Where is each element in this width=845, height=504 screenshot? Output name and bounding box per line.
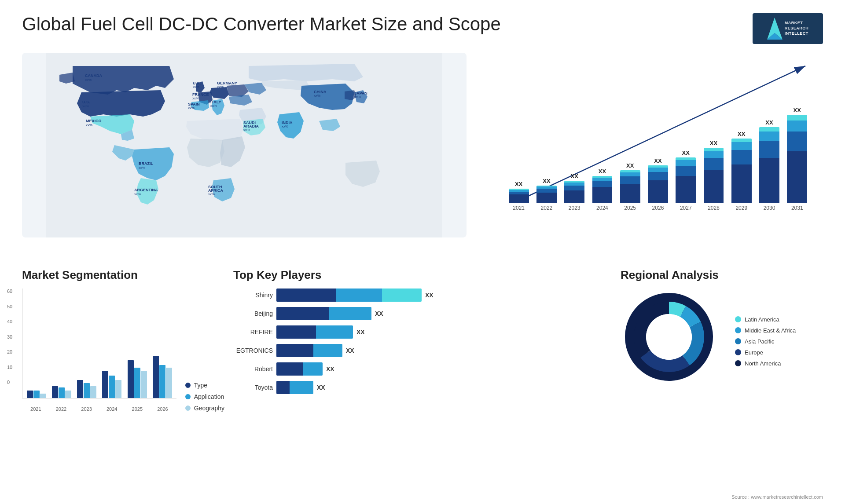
seg-bar-group — [151, 356, 174, 398]
bar-stack — [564, 181, 584, 203]
bar-group-2023: XX2023 — [562, 173, 587, 211]
key-players-section: Top Key Players ShinryXXBeijingXXREFIREX… — [233, 268, 612, 435]
map-section: CANADA xx% U.S. xx% MEXICO xx% BRAZIL xx… — [22, 53, 467, 255]
seg-legend: Type Application Geography — [185, 377, 224, 412]
bar-value-label: XX — [599, 168, 606, 175]
bar-group-2029: XX2029 — [729, 131, 754, 211]
player-row: EGTRONICSXX — [233, 344, 612, 357]
bottom-section: Market Segmentation 60 50 40 30 20 10 0 — [22, 268, 823, 435]
bar-stack — [509, 189, 529, 203]
dot-asia-pacific — [735, 338, 741, 344]
bar-year-label: 2022 — [541, 205, 553, 211]
label-latin-america: Latin America — [745, 316, 779, 323]
logo-text-line3: INTELLECT — [785, 31, 809, 37]
player-value: XX — [375, 310, 383, 317]
player-bar-container: XX — [276, 307, 612, 320]
logo-icon — [767, 18, 783, 40]
legend-europe: Europe — [735, 349, 796, 356]
legend-dot-application — [185, 394, 191, 399]
bar-group-2027: XX2027 — [673, 150, 698, 211]
svg-text:xx%: xx% — [82, 104, 89, 108]
svg-text:xx%: xx% — [217, 85, 224, 89]
segmentation-section: Market Segmentation 60 50 40 30 20 10 0 — [22, 268, 224, 435]
player-row: REFIREXX — [233, 325, 612, 339]
seg-bar-inner: 60 50 40 30 20 10 0 — [22, 289, 176, 398]
bar-value-label: XX — [682, 150, 690, 156]
seg-x-labels: 2021 2022 2023 2024 2025 2026 — [24, 406, 174, 412]
donut-chart — [621, 289, 726, 394]
player-row: ShinryXX — [233, 289, 612, 302]
svg-text:xx%: xx% — [188, 106, 195, 110]
bar-year-label: 2028 — [708, 205, 720, 211]
map-container: CANADA xx% U.S. xx% MEXICO xx% BRAZIL xx… — [22, 53, 467, 237]
svg-text:xx%: xx% — [243, 128, 250, 132]
svg-text:xx%: xx% — [208, 192, 215, 196]
label-north-america: North America — [745, 360, 781, 367]
bar-group-2021: XX2021 — [506, 181, 531, 211]
player-bar-container: XX — [276, 325, 612, 339]
legend-north-america: North America — [735, 360, 796, 367]
logo-text-line1: MARKET — [785, 21, 809, 26]
player-row: BeijingXX — [233, 307, 612, 320]
bar-stack — [620, 170, 640, 203]
player-row: ToyotaXX — [233, 381, 612, 394]
bar-group-2031: XX2031 — [785, 107, 810, 211]
legend-asia-pacific: Asia Pacific — [735, 338, 796, 345]
bar-year-label: 2030 — [764, 205, 775, 211]
player-bar-container: XX — [276, 344, 612, 357]
bar-value-label: XX — [626, 162, 634, 169]
player-name: REFIRE — [233, 329, 273, 336]
bar-value-label: XX — [738, 131, 745, 137]
legend-label-type: Type — [194, 382, 207, 389]
svg-text:xx%: xx% — [134, 192, 141, 196]
bar-stack — [676, 157, 696, 203]
label-europe: Europe — [745, 349, 763, 356]
legend-middle-east-africa: Middle East & Africa — [735, 327, 796, 334]
dot-europe — [735, 349, 741, 355]
chart-section: XX2021XX2022XX2023XX2024XX2025XX2026XX20… — [480, 53, 823, 255]
player-bar — [276, 325, 353, 339]
regional-content: Latin America Middle East & Africa Asia … — [621, 289, 823, 394]
player-row: RobertXX — [233, 362, 612, 376]
bar-value-label: XX — [765, 119, 773, 126]
bar-group-2024: XX2024 — [590, 168, 615, 211]
bar-group-2028: XX2028 — [701, 140, 726, 211]
player-name: Shinry — [233, 292, 273, 299]
dot-north-america — [735, 360, 741, 366]
key-players-title: Top Key Players — [233, 268, 612, 282]
world-map: CANADA xx% U.S. xx% MEXICO xx% BRAZIL xx… — [22, 53, 467, 237]
seg-bar-group — [75, 380, 99, 398]
bar-value-label: XX — [710, 140, 717, 146]
player-value: XX — [317, 384, 325, 391]
source-text: Source : www.marketresearchintellect.com — [731, 494, 823, 500]
player-value: XX — [326, 365, 334, 373]
logo-box: MARKET RESEARCH INTELLECT — [753, 13, 823, 44]
label-middle-east-africa: Middle East & Africa — [745, 327, 796, 334]
bar-year-label: 2026 — [652, 205, 664, 211]
svg-text:xx%: xx% — [86, 123, 92, 127]
player-name: Robert — [233, 365, 273, 373]
bar-year-label: 2024 — [596, 205, 608, 211]
bar-value-label: XX — [515, 181, 522, 187]
bar-stack — [592, 176, 613, 203]
svg-text:xx%: xx% — [354, 95, 361, 99]
players-list: ShinryXXBeijingXXREFIREXXEGTRONICSXXRobe… — [233, 289, 612, 394]
donut-svg — [621, 289, 717, 385]
label-asia-pacific: Asia Pacific — [745, 338, 774, 345]
regional-legend: Latin America Middle East & Africa Asia … — [735, 316, 796, 367]
regional-section: Regional Analysis Latin Americ — [621, 268, 823, 435]
seg-bar-group — [25, 391, 48, 398]
map-label-mexico: MEXICO — [86, 119, 102, 123]
svg-text:xx%: xx% — [85, 78, 92, 82]
svg-text:xx%: xx% — [139, 166, 145, 170]
bar-stack — [731, 139, 752, 203]
seg-bar-group — [50, 386, 73, 398]
logo-area: MARKET RESEARCH INTELLECT — [753, 13, 823, 44]
player-bar-container: XX — [276, 362, 612, 376]
svg-text:xx%: xx% — [210, 104, 217, 108]
top-section: CANADA xx% U.S. xx% MEXICO xx% BRAZIL xx… — [22, 53, 823, 255]
bar-group-2026: XX2026 — [645, 157, 670, 211]
player-name: EGTRONICS — [233, 347, 273, 354]
header: Global Fuel Cell DC-DC Converter Market … — [22, 13, 823, 44]
svg-text:xx%: xx% — [192, 96, 199, 100]
